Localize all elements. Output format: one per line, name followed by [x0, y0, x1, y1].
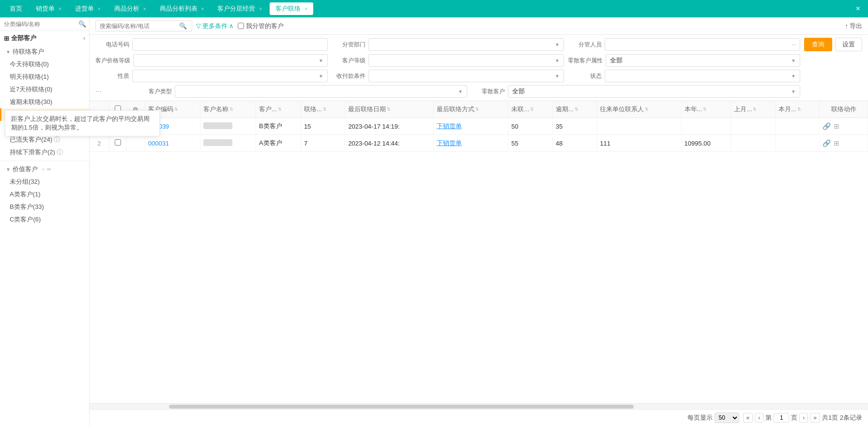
customer-level-select[interactable]: ▼ [368, 54, 564, 67]
action-grid-icon[interactable]: ⊞ [834, 122, 839, 130]
col-last-date-header: 最后联络日期⇅ [345, 101, 433, 118]
sidebar-class-c[interactable]: C类客户(6) [0, 213, 89, 226]
value-customer-settings-icon[interactable]: ✏ [47, 166, 51, 173]
payment-terms-chevron-icon: ▼ [555, 73, 560, 79]
nature-select[interactable]: ▼ [132, 70, 328, 82]
row-gear [126, 135, 145, 152]
horizontal-scrollbar[interactable] [90, 403, 868, 409]
last-page-btn[interactable]: » [810, 413, 820, 423]
payment-terms-select[interactable]: ▼ [368, 70, 564, 82]
pagination-controls: « ‹ 第 页 › » 共1页 2条记录 [743, 413, 862, 423]
export-button[interactable]: ↑ 导出 [845, 22, 863, 30]
search-icon[interactable]: 🔍 [179, 22, 187, 29]
row-contact: 15 [301, 118, 345, 135]
dept-field: 分管部门 ▼ [332, 38, 564, 51]
this-year-sort-icon[interactable]: ⇅ [703, 107, 707, 112]
retail-customer-select[interactable]: 全部 ▼ [508, 85, 800, 98]
more-conditions-btn[interactable]: ▽ 更多条件 ∧ [196, 22, 234, 30]
action-link-icon[interactable]: 🔗 [822, 122, 831, 130]
close-customer-contact-tab[interactable]: × [305, 6, 307, 12]
nav-sales[interactable]: 销货单 × [30, 2, 67, 15]
scroll-thumb[interactable] [169, 405, 634, 409]
my-customer-check[interactable] [238, 23, 244, 29]
nav-product-analysis[interactable]: 商品分析 × [108, 2, 152, 15]
row-last-method[interactable]: 下销货单 [433, 135, 508, 152]
sidebar-continuous-down[interactable]: 持续下滑客户(2) ⓘ [0, 146, 89, 159]
window-close-button[interactable]: × [852, 4, 864, 13]
close-product-analysis-list-tab[interactable]: × [201, 6, 204, 12]
close-purchase-tab[interactable]: × [98, 6, 101, 12]
action-grid-icon[interactable]: ⊞ [834, 139, 839, 147]
col-action-header: 联络动作 [820, 101, 868, 118]
contact-sort-icon[interactable]: ⇅ [323, 107, 327, 112]
person-sort-icon[interactable]: ⇅ [645, 107, 649, 112]
retail-attr-label: 零散客户属性 [568, 57, 603, 65]
last-method-link[interactable]: 下销货单 [437, 122, 462, 130]
continuous-down-info-icon[interactable]: ⓘ [57, 148, 63, 156]
last-month-sort-icon[interactable]: ⇅ [753, 107, 757, 112]
code-sort-icon[interactable]: ⇅ [174, 107, 178, 112]
close-customer-tier-tab[interactable]: × [259, 6, 262, 12]
last-method-link[interactable]: 下销货单 [437, 139, 462, 147]
name-sort-icon[interactable]: ⇅ [229, 107, 233, 112]
row-checkbox[interactable] [115, 139, 121, 146]
phone-label: 电话号码 [95, 41, 129, 49]
first-page-btn[interactable]: « [743, 413, 753, 423]
prev-page-btn[interactable]: ‹ [755, 413, 763, 423]
my-customer-checkbox[interactable]: 我分管的客户 [238, 22, 284, 30]
more-dots-icon[interactable]: ··· [95, 87, 102, 96]
customer-type-select[interactable]: ▼ [175, 85, 467, 98]
per-page-select[interactable]: 50 100 200 [715, 412, 739, 423]
nav-customer-contact[interactable]: 客户联络 × [270, 2, 313, 15]
last-method-sort-icon[interactable]: ⇅ [475, 107, 479, 112]
sidebar-search-input[interactable] [4, 21, 76, 28]
value-customer-group[interactable]: ▼ 价值客户 ○ ✏ [0, 163, 89, 176]
row-check[interactable] [109, 135, 126, 152]
last-date-sort-icon[interactable]: ⇅ [387, 107, 391, 112]
row-last-method[interactable]: 下销货单 [433, 118, 508, 135]
search-input[interactable] [100, 23, 177, 29]
pending-sort-icon[interactable]: ⇅ [530, 107, 534, 112]
sidebar-today-pending[interactable]: 今天待联络(0) [0, 58, 89, 71]
query-button[interactable]: 查询 [804, 38, 832, 51]
row-type: B类客户 [256, 118, 301, 135]
close-sales-tab[interactable]: × [59, 6, 61, 12]
nav-purchase[interactable]: 进货单 × [69, 2, 107, 15]
overdue-sort-icon[interactable]: ⇅ [575, 107, 579, 112]
page-label: 第 [765, 413, 772, 422]
more-dots-field: ··· [95, 87, 134, 96]
page-number-input[interactable] [774, 413, 789, 423]
action-buttons: 查询 设置 [804, 38, 862, 51]
retail-attr-select[interactable]: 全部 ▼ [606, 54, 800, 67]
collapse-btn[interactable]: › [83, 35, 85, 42]
row-code[interactable]: 000031 [145, 135, 200, 152]
phone-input[interactable] [132, 38, 328, 51]
pending-contact-group[interactable]: ▼ 待联络客户 [0, 45, 89, 58]
sidebar-tomorrow-pending[interactable]: 明天待联络(1) [0, 71, 89, 83]
dept-select[interactable]: ▼ [368, 38, 564, 51]
sidebar-search-icon[interactable]: 🔍 [78, 20, 86, 28]
sidebar-class-b[interactable]: B类客户(33) [0, 201, 89, 213]
action-link-icon[interactable]: 🔗 [822, 139, 831, 147]
nav-customer-tier[interactable]: 客户分层经营 × [212, 2, 268, 15]
status-label: 状态 [568, 72, 602, 80]
close-product-analysis-tab[interactable]: × [143, 6, 146, 12]
nature-field: 性质 ▼ [95, 70, 328, 82]
sidebar-class-a[interactable]: A类客户(1) [0, 188, 89, 201]
already-lost-info-icon[interactable]: ⓘ [54, 136, 60, 143]
this-month-sort-icon[interactable]: ⇅ [797, 107, 801, 112]
next-page-btn[interactable]: › [799, 413, 808, 423]
setting-button[interactable]: 设置 [835, 38, 862, 51]
value-customer-edit-icon[interactable]: ○ [42, 166, 45, 172]
all-customers-header[interactable]: ⊞ 全部客户 › [0, 31, 89, 45]
type-sort-icon[interactable]: ⇅ [278, 107, 282, 112]
person-select[interactable]: ··· [605, 38, 800, 51]
sidebar-week7-pending[interactable]: 近7天待联络(0) [0, 83, 89, 96]
nav-home[interactable]: 首页 [4, 2, 28, 15]
price-level-select[interactable]: ▼ [133, 54, 328, 67]
status-select[interactable]: ▼ [605, 70, 800, 82]
sidebar-unclassified[interactable]: 未分组(32) [0, 176, 89, 188]
nav-product-analysis-list[interactable]: 商品分析列表 × [154, 2, 210, 15]
adv-filter-row4: ··· 客户类型 ▼ 零散客户 全部 ▼ [95, 85, 862, 98]
sidebar-overdue-pending[interactable]: 逾期未联络(30) [0, 96, 89, 108]
